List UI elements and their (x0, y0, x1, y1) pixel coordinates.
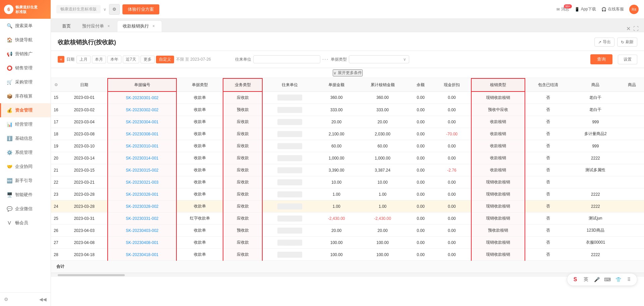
single-no-link-22[interactable]: SK-20230321-003 (126, 180, 158, 185)
cell-goods-19: 999 (571, 140, 620, 152)
single-no-link-19[interactable]: SK-20230310-001 (126, 144, 158, 148)
date-btn-7days[interactable]: 近7天 (123, 56, 139, 63)
table-row[interactable]: 18 2023-03-08 SK-20230308-001 收款单 应收款 ██… (51, 128, 644, 140)
filter-collapse-icon[interactable]: « (58, 56, 64, 63)
table-row[interactable]: 23 2023-03-28 SK-20230328-001 收款单 应收款 ██… (51, 188, 644, 200)
single-no-link-15[interactable]: SK-20230301-002 (126, 96, 158, 100)
table-row[interactable]: 16 2023-03-02 SK-20230302-002 收款单 预收款 ██… (51, 104, 644, 116)
table-row[interactable]: 17 2023-03-04 SK-20230304-001 收款单 应收款 ██… (51, 116, 644, 128)
expand-more-button[interactable]: ∨ 展开更多条件 (333, 69, 363, 76)
cell-balance-27: 0.00 (409, 237, 433, 249)
table-row[interactable]: 15 2023-03-01 SK-20230301-002 收款单 应收款 ██… (51, 91, 644, 104)
float-toolbar: S 英 🎤 ⌨ 👕 ⠿ (567, 273, 637, 286)
cell-include-settled-28: 否 (525, 249, 571, 261)
col-cumulative: 累计核销金额 (356, 78, 409, 91)
sidebar-item-wechat[interactable]: 💬企业微信 (0, 202, 51, 216)
sidebar-item-finance[interactable]: 💰资金管理 (0, 103, 51, 117)
single-no-link-17[interactable]: SK-20230304-001 (126, 120, 158, 124)
cell-single-type-17: 收款单 (176, 116, 223, 128)
cell-date-17: 2023-03-04 (61, 116, 108, 128)
table-row[interactable]: 28 2023-04-18 SK-20230418-001 收款单 应收款 ██… (51, 249, 644, 261)
table-row[interactable]: 19 2023-03-10 SK-20230310-001 收款单 应收款 ██… (51, 140, 644, 152)
sidebar-item-quick[interactable]: 🏠快捷导航 (0, 33, 51, 47)
sidebar-item-search[interactable]: 🔍搜索菜单 (0, 19, 51, 33)
sidebar-item-hardware[interactable]: 🖥️智能硬件 (0, 188, 51, 202)
date-btn-more[interactable]: 更多 (141, 56, 155, 63)
horizontal-scrollbar[interactable] (51, 273, 644, 277)
header-settings-button[interactable]: ⚙ (109, 4, 120, 15)
tab-home[interactable]: 首页 (56, 20, 76, 32)
date-btn-this-year[interactable]: 本年 (107, 56, 121, 63)
tab-prepay[interactable]: 预付应付单 × (76, 20, 117, 32)
sidebar-item-enterprise[interactable]: 🤝企业协同 (0, 160, 51, 174)
float-more-icon[interactable]: ⠿ (625, 276, 633, 284)
sidebar-item-member[interactable]: V畅会员 (0, 216, 51, 230)
single-no-link-25[interactable]: SK-20230331-002 (126, 216, 158, 221)
cell-goods-16: 老白干 (571, 104, 620, 116)
partner-filter-input[interactable] (253, 55, 320, 63)
sidebar-item-guide[interactable]: 🆕新手引导 (0, 174, 51, 188)
sidebar-item-marketing[interactable]: 📢营销推广 (0, 47, 51, 61)
float-s-icon[interactable]: S (571, 276, 579, 284)
cell-verify-type-17: 收款核销 (471, 116, 525, 128)
single-no-link-23[interactable]: SK-20230328-001 (126, 192, 158, 197)
float-keyboard-icon[interactable]: ⌨ (603, 276, 611, 284)
table-row[interactable]: 26 2023-04-03 SK-20230403-002 收款单 预收款 ██… (51, 225, 644, 237)
table-row[interactable]: 20 2023-03-14 SK-20230314-001 收款单 应收款 ██… (51, 152, 644, 164)
tab-verify[interactable]: 收款核销执行 × (117, 20, 162, 32)
table-row[interactable]: 22 2023-03-21 SK-20230321-003 收款单 应收款 ██… (51, 176, 644, 188)
col-settings[interactable]: ⚙ (51, 78, 61, 91)
table-row[interactable]: 25 2023-03-31 SK-20230331-002 红字收款单 应收款 … (51, 212, 644, 225)
sidebar: 6 畅康道好生意 标准版 🔍搜索菜单🏠快捷导航📢营销推广⭕销售管理🛒采购管理📦库… (0, 0, 51, 306)
logo-icon: 6 (4, 5, 13, 14)
date-btn-custom[interactable]: 自定义 (156, 56, 174, 63)
table-row[interactable]: 27 2023-04-08 SK-20230408-001 收款单 应收款 ██… (51, 237, 644, 249)
sidebar-item-purchase[interactable]: 🛒采购管理 (0, 75, 51, 89)
single-no-link-20[interactable]: SK-20230314-001 (126, 156, 158, 161)
cell-discount-26: 0.00 (433, 225, 471, 237)
enterprise-icon: 🤝 (6, 164, 12, 170)
query-button[interactable]: 查询 (590, 54, 612, 64)
single-no-link-21[interactable]: SK-20230315-002 (126, 168, 158, 173)
table-row[interactable]: 21 2023-03-15 SK-20230315-002 收款单 应收款 ██… (51, 164, 644, 176)
date-btn-last-month[interactable]: 上月 (76, 56, 91, 63)
sidebar-item-basic[interactable]: ℹ️基础信息 (0, 131, 51, 145)
dropdown-arrow-icon[interactable]: ∨ (103, 7, 106, 12)
app-download-item[interactable]: 📱 App下载 (575, 6, 596, 12)
page-header-actions: ↗ 导出 ↻ 刷新 (594, 38, 637, 47)
single-no-link-28[interactable]: SK-20230418-001 (126, 252, 158, 257)
online-service-item[interactable]: 🎧 在线客服 (601, 6, 624, 12)
float-english-icon[interactable]: 英 (582, 276, 590, 284)
table-row[interactable]: 24 2023-03-28 SK-20230328-002 收款单 应收款 ██… (51, 200, 644, 212)
export-button[interactable]: ↗ 导出 (594, 38, 614, 47)
sidebar-item-system[interactable]: ⚙️系统管理 (0, 145, 51, 160)
user-avatar[interactable]: Rit (629, 5, 639, 14)
sidebar-item-operation[interactable]: 📊经营管理 (0, 117, 51, 131)
partner-filter-label: 往来单位 (235, 57, 251, 62)
single-no-link-26[interactable]: SK-20230403-002 (126, 228, 158, 233)
receipt-type-select[interactable]: ∨ (349, 55, 409, 63)
sidebar-label-sales: 销售管理 (15, 65, 33, 71)
sidebar-item-inventory[interactable]: 📦库存核算 (0, 89, 51, 103)
filter-settings-button[interactable]: 设置 (618, 55, 637, 64)
float-shirt-icon[interactable]: 👕 (614, 276, 622, 284)
float-mic-icon[interactable]: 🎤 (593, 276, 601, 284)
sidebar-item-sales[interactable]: ⭕销售管理 (0, 61, 51, 75)
sidebar-label-basic: 基础信息 (15, 135, 33, 141)
table-area: ⚙ 日期 单据编号 单据类型 业务类型 往来单位 单据金额 累计核销金额 余额 … (51, 78, 644, 306)
single-no-link-18[interactable]: SK-20230308-001 (126, 132, 158, 136)
industry-button[interactable]: 体验行业方案 (122, 4, 159, 14)
settings-icon[interactable]: ⚙ (4, 297, 8, 302)
cell-no-16: 16 (51, 104, 61, 116)
tab-verify-close[interactable]: × (151, 23, 156, 29)
refresh-button[interactable]: ↻ 刷新 (617, 38, 637, 47)
tab-prepay-close[interactable]: × (106, 23, 111, 29)
tab-close-all-icon[interactable]: ✕ (626, 25, 631, 32)
single-no-link-24[interactable]: SK-20230328-002 (126, 204, 158, 209)
date-btn-this-month[interactable]: 本月 (92, 56, 106, 63)
messages-item[interactable]: ✉ 消息 99+ (556, 6, 569, 12)
tab-fullscreen-icon[interactable]: ⛶ (633, 26, 639, 32)
collapse-icon[interactable]: ◀◀ (39, 297, 47, 302)
single-no-link-27[interactable]: SK-20230408-001 (126, 240, 158, 245)
single-no-link-16[interactable]: SK-20230302-002 (126, 108, 158, 112)
